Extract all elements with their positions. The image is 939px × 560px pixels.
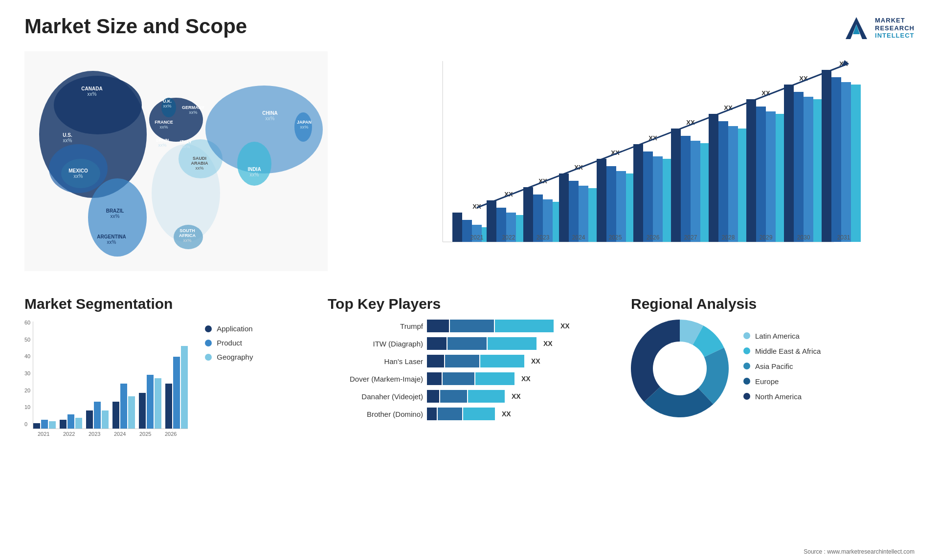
svg-rect-98: [746, 99, 756, 242]
player-bar: [443, 372, 474, 385]
legend-dot: [743, 332, 750, 339]
logo-icon: [843, 15, 870, 42]
player-bar-container: [427, 390, 505, 403]
player-name: Dover (Markem-Imaje): [328, 375, 423, 383]
svg-rect-82: [653, 156, 663, 242]
regional-legend: Latin AmericaMiddle East & AfricaAsia Pa…: [743, 332, 821, 408]
legend-label: Middle East & Africa: [755, 347, 821, 355]
seg-year-2023: [86, 402, 109, 429]
svg-rect-62: [523, 187, 533, 242]
regional-title: Regional Analysis: [631, 296, 915, 312]
player-bar-container: [427, 372, 514, 385]
seg-x-label: 2026: [160, 431, 181, 437]
player-name: ITW (Diagraph): [328, 340, 423, 348]
svg-text:ARGENTINA: ARGENTINA: [97, 234, 126, 239]
seg-year-2021: [33, 420, 56, 429]
seg-year-2026: [165, 346, 188, 429]
svg-rect-99: [756, 107, 766, 242]
seg-y-50: 50: [24, 337, 30, 343]
player-row: TrumpfXX: [328, 320, 611, 332]
legend-label: Asia Pacific: [755, 362, 793, 370]
seg-dot-application: [205, 325, 212, 332]
player-bar: [475, 372, 514, 385]
player-bar: [427, 372, 442, 385]
legend-label: Europe: [755, 377, 779, 386]
legend-item-north-america: North America: [743, 392, 821, 401]
player-name: Danaher (Videojet): [328, 392, 423, 401]
seg-y-40: 40: [24, 353, 30, 359]
player-xx: XX: [512, 392, 521, 400]
seg-x-label: 2021: [33, 431, 54, 437]
svg-rect-106: [804, 97, 813, 242]
seg-bar: [94, 402, 101, 429]
logo-line1: MARKET: [875, 17, 915, 24]
svg-rect-92: [709, 114, 718, 242]
svg-text:JAPAN: JAPAN: [297, 120, 312, 125]
seg-bar: [33, 423, 40, 429]
svg-text:xx%: xx%: [300, 125, 308, 129]
seg-x-label: 2022: [58, 431, 80, 437]
header: Market Size and Scope MARKET RESEARCH IN…: [24, 15, 915, 42]
svg-rect-94: [728, 126, 738, 242]
player-bar: [440, 390, 467, 403]
donut-chart: [631, 320, 729, 419]
seg-y-20: 20: [24, 388, 30, 393]
seg-bar: [147, 375, 154, 429]
svg-text:U.S.: U.S.: [63, 132, 72, 138]
svg-text:2028: 2028: [722, 234, 735, 241]
svg-rect-81: [643, 151, 653, 242]
svg-text:xx%: xx%: [189, 110, 197, 115]
svg-text:2025: 2025: [609, 234, 622, 241]
world-map-svg: CANADA xx% U.S. xx% MEXICO xx% BRAZIL xx…: [24, 51, 328, 271]
svg-text:GERMANY: GERMANY: [182, 105, 204, 110]
seg-y-30: 30: [24, 370, 30, 376]
seg-bar: [67, 414, 74, 429]
player-bar-container: [427, 355, 524, 367]
svg-text:xx%: xx%: [250, 172, 259, 177]
svg-rect-110: [822, 70, 831, 242]
seg-bar: [49, 421, 56, 429]
svg-text:SOUTH: SOUTH: [179, 228, 195, 233]
svg-text:BRAZIL: BRAZIL: [106, 208, 124, 214]
seg-year-2022: [60, 414, 82, 429]
svg-point-14: [237, 142, 271, 186]
svg-rect-68: [559, 173, 569, 242]
svg-rect-112: [841, 82, 851, 242]
svg-rect-93: [718, 121, 728, 242]
player-bar: [447, 337, 487, 350]
segmentation-section: Market Segmentation 0 10 20 30 40 50 60: [24, 296, 308, 442]
bar-chart-svg: 2021 XX 2022 XX 2023 XX: [362, 56, 910, 271]
svg-text:xx%: xx%: [88, 91, 97, 97]
svg-rect-86: [671, 129, 681, 242]
seg-year-2025: [139, 375, 161, 429]
svg-text:CANADA: CANADA: [81, 86, 102, 91]
seg-x-label: 2023: [84, 431, 105, 437]
player-row: Brother (Domino)XX: [328, 408, 611, 420]
legend-item-asia-pacific: Asia Pacific: [743, 362, 821, 370]
svg-point-5: [54, 76, 142, 134]
seg-y-10: 10: [24, 404, 30, 410]
svg-text:xx%: xx%: [111, 214, 120, 219]
player-bar: [427, 320, 449, 332]
player-row: ITW (Diagraph)XX: [328, 337, 611, 350]
bar-chart-section: 2021 XX 2022 XX 2023 XX: [352, 51, 915, 286]
svg-rect-69: [569, 181, 579, 242]
player-bar-container: [427, 320, 554, 332]
svg-text:FRANCE: FRANCE: [155, 120, 173, 125]
seg-bar: [60, 420, 67, 429]
svg-text:xx%: xx%: [266, 116, 275, 121]
legend-dot: [743, 393, 750, 400]
players-list: TrumpfXXITW (Diagraph)XXHan's LaserXXDov…: [328, 320, 611, 420]
player-xx: XX: [502, 410, 511, 418]
svg-text:xx%: xx%: [181, 144, 190, 149]
svg-text:xx%: xx%: [107, 239, 116, 245]
player-bar: [488, 337, 537, 350]
svg-text:ITALY: ITALY: [180, 139, 192, 144]
player-name: Han's Laser: [328, 357, 423, 366]
svg-text:2023: 2023: [537, 234, 550, 241]
player-name: Brother (Domino): [328, 410, 423, 418]
logo-line2: RESEARCH: [875, 24, 915, 32]
svg-text:CHINA: CHINA: [262, 110, 278, 116]
seg-bar: [102, 410, 109, 429]
legend-label: North America: [755, 392, 802, 401]
